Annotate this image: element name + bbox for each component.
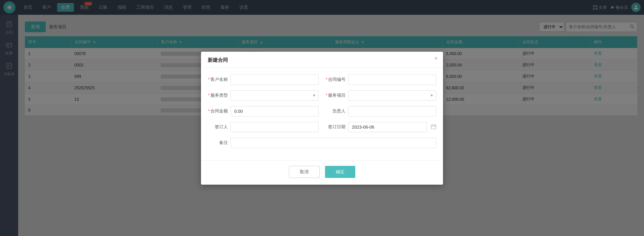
required-mark-5: *	[208, 108, 210, 113]
form-row-1: *客户名称 *合同编号	[208, 75, 436, 85]
field-contract-amount: *合同金额	[208, 106, 319, 116]
field-responsible: 负责人	[325, 106, 436, 116]
required-mark-4: *	[326, 93, 327, 98]
responsible-input[interactable]	[348, 106, 436, 116]
modal-close-button[interactable]: ×	[435, 56, 438, 61]
field-customer-name: *客户名称	[208, 75, 319, 85]
form-row-3: *合同金额 负责人	[208, 106, 436, 116]
field-contract-no: *合同编号	[325, 75, 436, 85]
service-type-label: *服务类型	[208, 92, 228, 98]
signer-label: 签订人	[208, 124, 228, 130]
new-contract-modal: 新建合同 × *客户名称 *合同编号	[201, 52, 443, 185]
svg-rect-20	[431, 125, 436, 129]
modal-body: *客户名称 *合同编号 *服务类型	[201, 68, 443, 160]
modal-footer: 取消 确定	[201, 160, 443, 185]
field-service-item: *服务项目 ▼	[325, 90, 436, 101]
service-type-select-wrap: ▼	[231, 90, 319, 101]
field-note: 备注	[208, 138, 436, 148]
field-service-type: *服务类型 ▼	[208, 90, 319, 101]
note-input[interactable]	[231, 138, 436, 148]
customer-name-label: *客户名称	[208, 77, 228, 83]
field-sign-date: 签订日期	[325, 122, 436, 132]
modal-header: 新建合同	[201, 52, 443, 68]
form-row-4: 签订人 签订日期	[208, 122, 436, 132]
cancel-button[interactable]: 取消	[289, 166, 320, 178]
modal-overlay[interactable]: 新建合同 × *客户名称 *合同编号	[0, 0, 644, 236]
contract-amount-input[interactable]	[231, 106, 319, 116]
service-item-label: *服务项目	[325, 92, 346, 98]
sign-date-input[interactable]	[348, 122, 427, 132]
sign-date-label: 签订日期	[325, 124, 346, 130]
form-row-5: 备注	[208, 138, 436, 148]
service-item-select-wrap: ▼	[348, 90, 436, 101]
form-row-2: *服务类型 ▼ *服务项目	[208, 90, 436, 101]
responsible-label: 负责人	[325, 108, 346, 114]
service-item-select[interactable]	[348, 90, 436, 101]
contract-amount-label: *合同金额	[208, 108, 228, 114]
calendar-icon[interactable]	[431, 124, 436, 130]
service-type-select[interactable]	[231, 90, 319, 101]
required-mark: *	[208, 77, 210, 82]
note-label: 备注	[208, 140, 228, 146]
modal-title: 新建合同	[208, 57, 228, 63]
confirm-button[interactable]: 确定	[325, 166, 355, 178]
field-signer: 签订人	[208, 122, 319, 132]
signer-input[interactable]	[231, 122, 319, 132]
customer-name-input[interactable]	[231, 75, 319, 85]
required-mark-2: *	[326, 77, 327, 82]
contract-no-input[interactable]	[348, 75, 436, 85]
required-mark-3: *	[208, 93, 210, 98]
contract-no-label: *合同编号	[325, 77, 346, 83]
